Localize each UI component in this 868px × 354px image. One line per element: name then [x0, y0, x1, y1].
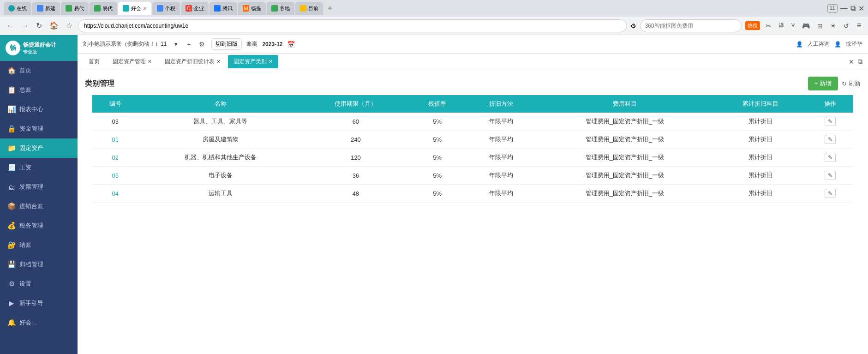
home-button[interactable]: 🏠	[48, 19, 60, 32]
reload-button[interactable]: ↻	[34, 19, 44, 32]
sidebar-item-fixed-assets[interactable]: 📁 固定资产	[0, 138, 78, 158]
game-icon[interactable]: 🎮	[800, 20, 812, 31]
sidebar-label-ledger: 总账	[19, 86, 31, 94]
row3-duration: 120	[303, 149, 408, 167]
window-minimize-button[interactable]: —	[840, 4, 848, 13]
tab-fixed-mgmt-close[interactable]: ✕	[148, 59, 152, 65]
support-icon: 👤	[796, 41, 803, 48]
logo-icon: 畅	[6, 41, 20, 55]
switch-version-button[interactable]: 切到旧版	[211, 38, 242, 50]
browser-tab-haokuai[interactable]: 好会 ✕	[118, 2, 151, 15]
row4-action[interactable]: ✎	[808, 167, 853, 185]
browser-tab-new[interactable]: 新建	[32, 2, 60, 15]
browser-tab-tax[interactable]: 个税	[152, 2, 180, 15]
row5-code[interactable]: 04	[92, 185, 138, 203]
tab-home-label: 首页	[89, 58, 100, 66]
settings-gear-button[interactable]: ⚙	[197, 39, 207, 50]
user-expand-button[interactable]: ▼	[171, 39, 180, 49]
table-row: 04 运输工具 48 5% 年限平均 管理费用_固定资产折旧_一级 累计折旧 ✎	[92, 185, 853, 203]
row2-code[interactable]: 01	[92, 131, 138, 149]
grid-icon[interactable]: ⊞	[815, 20, 825, 31]
row3-method: 年限平均	[466, 149, 536, 167]
row5-expense: 管理费用_固定资产折旧_一级	[536, 185, 714, 203]
scissor-icon[interactable]: ✂	[764, 20, 773, 31]
refresh-button[interactable]: ↻ 刷新	[842, 79, 861, 88]
row5-edit-button[interactable]: ✎	[825, 189, 836, 198]
row2-action[interactable]: ✎	[808, 131, 853, 149]
row3-action[interactable]: ✎	[808, 149, 853, 167]
browser-tab-current[interactable]: 目前	[295, 2, 323, 15]
browser-tab-easy1[interactable]: 易代	[61, 2, 89, 15]
tab-area-expand-button[interactable]: ⧉	[858, 58, 862, 66]
browser-tab-close-haokuai[interactable]: ✕	[143, 6, 147, 11]
browser-tab-easy2[interactable]: 易代	[90, 2, 117, 15]
tab-fixed-mgmt-label: 固定资产管理	[113, 58, 146, 66]
brightness-icon[interactable]: ☀	[828, 20, 838, 31]
browser-tab-gedi[interactable]: 各地	[267, 2, 294, 15]
refresh-icon: ↻	[842, 80, 847, 87]
row1-edit-button[interactable]: ✎	[825, 117, 836, 126]
row4-name: 电子设备	[138, 167, 303, 185]
tab-fixed-category[interactable]: 固定资产类别 ✕	[228, 55, 278, 68]
window-close-button[interactable]: ✕	[858, 4, 864, 13]
currency-icon[interactable]: ¥	[790, 20, 797, 31]
home-icon: 🏠	[7, 66, 16, 75]
sidebar-item-invoice[interactable]: 🗂 发票管理	[0, 177, 78, 197]
browser-tab-changjin[interactable]: M 畅提	[238, 2, 266, 15]
fixed-assets-icon: 📁	[7, 144, 16, 152]
add-account-button[interactable]: +	[185, 39, 192, 50]
add-button[interactable]: + 新增	[808, 77, 838, 90]
sidebar-item-salary[interactable]: 🧾 工资	[0, 158, 78, 177]
row4-code[interactable]: 05	[92, 167, 138, 185]
sidebar-item-settings[interactable]: ⚙ 设置	[0, 274, 78, 294]
sidebar-item-home[interactable]: 🏠 首页	[0, 61, 78, 80]
sidebar-item-funds[interactable]: 🔒 资金管理	[0, 119, 78, 138]
browser-tab-tencent[interactable]: 腾讯	[210, 2, 237, 15]
tab-home[interactable]: 首页	[83, 55, 105, 68]
browser-tab-online[interactable]: 在线	[4, 2, 31, 15]
row3-code[interactable]: 02	[92, 149, 138, 167]
sidebar-item-close[interactable]: 🔐 结账	[0, 235, 78, 255]
sidebar-label-tax: 税务管理	[19, 222, 43, 230]
tax-icon: 💰	[7, 222, 16, 230]
tab-fixed-mgmt[interactable]: 固定资产管理 ✕	[107, 55, 157, 68]
site-settings-icon[interactable]: ⚙	[630, 22, 636, 30]
tab-area-close-button[interactable]: ✕	[849, 58, 854, 66]
browser-search-input[interactable]	[640, 19, 742, 32]
row2-duration: 240	[303, 131, 408, 149]
col-header-salvage: 残值率	[408, 95, 466, 113]
forward-button[interactable]: →	[19, 20, 30, 32]
row1-duration: 60	[303, 113, 408, 131]
sidebar-item-subscription[interactable]: 🔔 好会...	[0, 313, 78, 332]
row1-action[interactable]: ✎	[808, 113, 853, 131]
calendar-icon[interactable]: 📅	[287, 41, 295, 48]
data-table: 编号 名称 使用期限（月） 残值率 折旧方法 费用科目 累计折旧科目 操作 03	[92, 95, 853, 203]
back-button[interactable]: ←	[5, 20, 16, 32]
tab-fixed-depreciation[interactable]: 固定资产折旧统计表 ✕	[159, 55, 226, 68]
sidebar-item-stock[interactable]: 📦 进销台账	[0, 197, 78, 216]
address-bar[interactable]	[78, 19, 627, 32]
sidebar-item-archive[interactable]: 💾 归档管理	[0, 255, 78, 274]
row2-edit-button[interactable]: ✎	[825, 135, 836, 144]
translate-icon[interactable]: 译	[777, 20, 786, 31]
bookmark-button[interactable]: ☆	[64, 19, 74, 32]
tab-count-badge: 11	[827, 4, 838, 13]
sidebar-item-reports[interactable]: 📊 报表中心	[0, 100, 78, 119]
new-tab-button[interactable]: +	[326, 2, 335, 15]
sidebar-item-ledger[interactable]: 📋 总账	[0, 80, 78, 100]
browser-tabs: 在线 新建 易代 易代 好会 ✕ 个税 C 企业 腾讯	[4, 2, 822, 15]
sidebar-item-tax[interactable]: 💰 税务管理	[0, 216, 78, 235]
tab-fixed-depreciation-close[interactable]: ✕	[216, 59, 221, 65]
undo-icon[interactable]: ↺	[842, 20, 851, 31]
row3-salvage: 5%	[408, 149, 466, 167]
close-period-icon: 🔐	[7, 241, 16, 249]
support-label[interactable]: 人工咨询	[808, 40, 830, 48]
row5-action[interactable]: ✎	[808, 185, 853, 203]
window-restore-button[interactable]: ⧉	[850, 4, 856, 13]
row4-edit-button[interactable]: ✎	[825, 171, 836, 180]
tab-fixed-category-close[interactable]: ✕	[269, 59, 273, 65]
menu-icon[interactable]: ≡	[855, 19, 863, 32]
sidebar-item-guide[interactable]: ▶ 新手引导	[0, 294, 78, 313]
row3-edit-button[interactable]: ✎	[825, 153, 836, 162]
browser-tab-enterprise[interactable]: C 企业	[181, 2, 209, 15]
